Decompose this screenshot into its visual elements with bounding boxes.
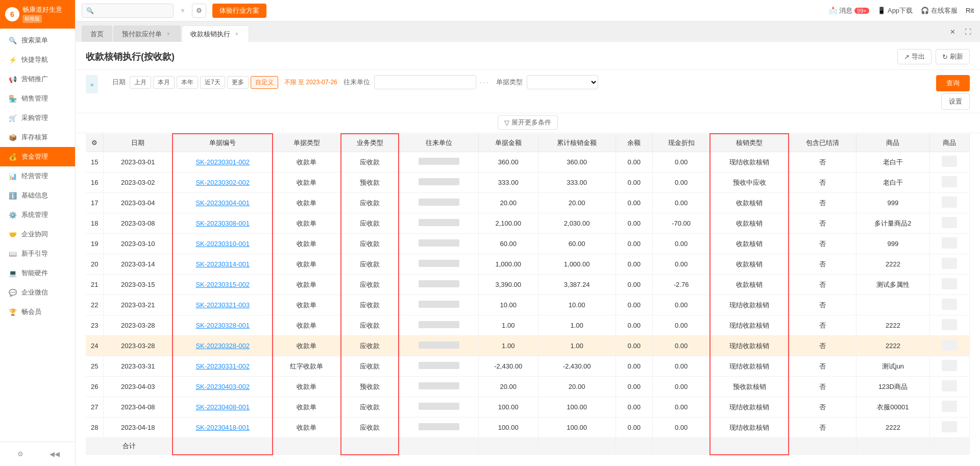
tab-verify[interactable]: 收款核销执行 × [182,26,249,42]
voucher-no-link[interactable]: SK-20230308-001 [195,219,250,227]
cell-biz-type: 应收款 [341,213,399,234]
messages-btn[interactable]: 📩 消息 99+ [829,6,869,15]
topbar-nav-dropdown[interactable]: ▼ [180,7,186,14]
topbar-gear-btn[interactable]: ⚙ [192,4,206,18]
cell-product1: 多计量商品2 [856,213,929,234]
sidebar-item-operations[interactable]: 📊 经营管理 [0,166,75,186]
voucher-no-link[interactable]: SK-20230331-002 [195,362,250,370]
sidebar-item-inventory[interactable]: 📦 库存核算 [0,128,75,147]
sidebar-item-member[interactable]: 🏆 畅会员 [0,302,75,322]
query-btn[interactable]: 查询 [936,75,970,91]
page-content: 收款核销执行(按收款) ↗ 导出 ↻ 刷新 » 日期 上月 [76,42,980,466]
table-header-row: ⚙ 日期 单据编号 单据类型 业务类型 往来单位 单据金额 累计核销金额 余额 … [86,134,970,152]
maximize-tab-btn[interactable]: ⛶ [962,26,974,38]
cell-no: 25 [86,356,104,377]
cell-voucher-type: 收款单 [273,336,341,356]
filter-toggle-btn[interactable]: » [86,75,98,93]
sidebar-item-quick-nav[interactable]: ⚡ 快捷导航 [0,50,75,69]
th-balance: 余额 [616,134,652,152]
sidebar-item-guide[interactable]: 📖 新手引导 [0,244,75,263]
sidebar-item-corp-collab[interactable]: 🤝 企业协同 [0,225,75,244]
app-download-btn[interactable]: 📱 App下载 [877,6,913,15]
voucher-no-link[interactable]: SK-20230408-001 [195,403,250,411]
expand-conditions-btn[interactable]: ▽ 展开更多条件 [498,115,558,130]
cell-product2 [929,356,969,377]
filter-settings-btn[interactable]: 设置 [941,93,970,110]
sidebar-item-hardware[interactable]: 💻 智能硬件 [0,263,75,283]
cell-included: 否 [789,213,856,234]
cell-discount: 0.00 [652,173,710,193]
cell-discount: 0.00 [652,336,710,356]
voucher-no-link[interactable]: SK-20230314-001 [195,260,250,268]
online-service-btn[interactable]: 🎧 在线客服 [921,6,958,15]
voucher-no-link[interactable]: SK-20230328-001 [195,322,250,329]
sidebar-item-marketing[interactable]: 📢 营销推广 [0,69,75,89]
filter-date-7days[interactable]: 近7天 [200,76,225,89]
cell-partner [399,213,478,234]
partner-input[interactable] [374,75,476,89]
cell-biz-type: 应收款 [341,234,399,254]
tab-prepay[interactable]: 预付款应付单 × [113,26,181,42]
expand-icon: ▽ [504,119,509,127]
cell-balance: 0.00 [616,418,652,438]
cell-balance: 0.00 [616,377,652,397]
voucher-no-link[interactable]: SK-20230403-002 [195,383,250,390]
voucher-type-select[interactable] [527,75,598,89]
sidebar-collapse-btn[interactable]: ◀◀ [40,447,70,461]
filter-date-custom[interactable]: 自定义 [251,76,278,89]
sidebar-item-purchase[interactable]: 🛒 采购管理 [0,108,75,128]
tab-verify-close[interactable]: × [233,31,240,38]
cell-cumulative: 1,000.00 [538,254,616,275]
filter-date-lastmonth[interactable]: 上月 [130,76,151,89]
topbar-search-box[interactable]: 🔍 [82,4,174,18]
cell-biz-type: 应收款 [341,418,399,438]
sidebar-item-wechat-label: 企业微信 [21,288,48,297]
sidebar-item-finance[interactable]: 💰 资金管理 [0,147,75,166]
voucher-no-link[interactable]: SK-20230315-002 [195,281,250,288]
sidebar-item-sales[interactable]: 🏪 销售管理 [0,89,75,108]
sidebar: 6 畅康道好生意 标推版 🔍 搜索菜单 ⚡ 快捷导航 📢 营销推广 🏪 销售管理… [0,0,76,466]
sidebar-item-basic-info[interactable]: ℹ️ 基础信息 [0,186,75,205]
filter-date-thismonth[interactable]: 本月 [153,76,175,89]
topbar-search-input[interactable] [96,7,169,14]
sidebar-settings-btn[interactable]: ⚙ [5,447,36,461]
messages-badge: 99+ [854,8,869,14]
voucher-no-link[interactable]: SK-20230310-001 [195,240,250,248]
sidebar-item-member-label: 畅会员 [21,307,41,316]
voucher-no-link[interactable]: SK-20230301-002 [195,158,250,166]
sidebar-item-wechat[interactable]: 💬 企业微信 [0,283,75,302]
tab-home[interactable]: 首页 [82,26,112,42]
cell-voucher-no: SK-20230418-001 [173,418,273,438]
sidebar-item-search[interactable]: 🔍 搜索菜单 [0,31,75,50]
voucher-no-link[interactable]: SK-20230302-002 [195,179,250,186]
filter-date-row: 日期 上月 本月 本年 近7天 更多 自定义 不限 至 2023-07-26 [112,76,337,89]
cell-partner [399,254,478,275]
refresh-btn[interactable]: ↻ 刷新 [936,49,970,64]
cell-partner [399,397,478,418]
industry-solution-btn[interactable]: 体验行业方案 [212,4,266,18]
cell-included: 否 [789,315,856,336]
cell-amount: 10.00 [478,295,538,315]
cell-no: 16 [86,173,104,193]
tab-prepay-close[interactable]: × [165,31,172,38]
voucher-no-link[interactable]: SK-20230418-001 [195,424,250,431]
voucher-no-link[interactable]: SK-20230304-001 [195,199,250,207]
table-container[interactable]: ⚙ 日期 单据编号 单据类型 业务类型 往来单位 单据金额 累计核销金额 余额 … [76,133,980,466]
page-title: 收款核销执行(按收款) [86,51,175,63]
voucher-no-link[interactable]: SK-20230328-002 [195,342,250,350]
sidebar-item-system[interactable]: ⚙️ 系统管理 [0,205,75,225]
cell-partner [399,295,478,315]
filter-date-thisyear[interactable]: 本年 [177,76,198,89]
user-avatar[interactable]: Rit [966,7,974,14]
voucher-no-link[interactable]: SK-20230321-003 [195,301,250,309]
th-settings[interactable]: ⚙ [86,134,104,152]
export-btn[interactable]: ↗ 导出 [897,49,932,64]
filter-date-more[interactable]: 更多 [227,76,249,89]
cell-date: 2023-03-21 [104,295,173,315]
close-tab-btn[interactable]: ✕ [946,26,959,38]
table-row: 20 2023-03-14 SK-20230314-001 收款单 应收款 1,… [86,254,970,275]
sidebar-item-search-label: 搜索菜单 [21,36,48,45]
total-biz-type [341,438,399,455]
cell-cumulative: 360.00 [538,152,616,173]
cell-balance: 0.00 [616,315,652,336]
